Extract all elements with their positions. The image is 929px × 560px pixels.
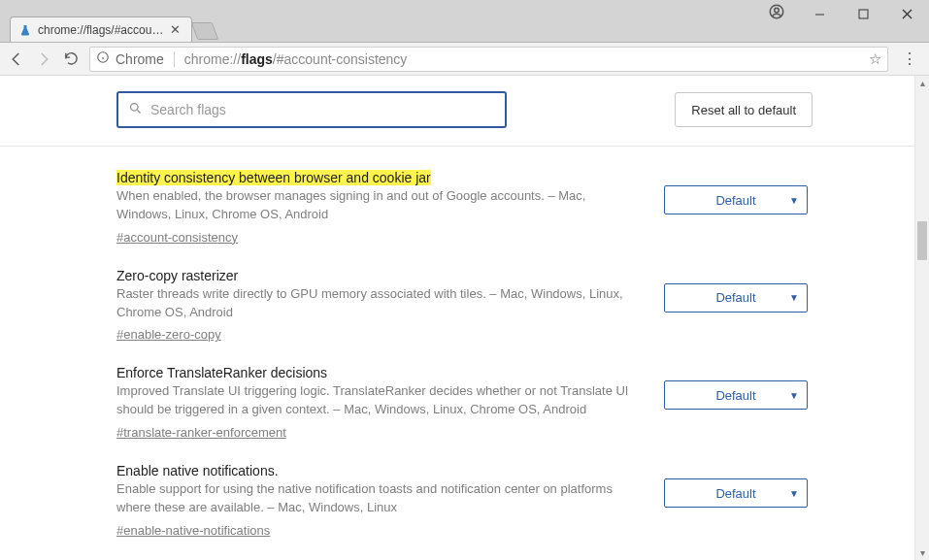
flag-title: Enforce TranslateRanker decisions [116, 365, 327, 380]
flag-description: When enabled, the browser manages signin… [116, 187, 641, 224]
flag-body: Identity consistency between browser and… [116, 170, 641, 245]
scrollbar[interactable]: ▴ ▾ [914, 76, 929, 560]
info-icon [96, 50, 110, 67]
flag-anchor-link[interactable]: #enable-zero-copy [116, 327, 221, 342]
address-bar[interactable]: Chrome chrome://flags/#account-consisten… [89, 47, 888, 72]
flag-description: Enable support for using the native noti… [116, 480, 641, 517]
chevron-down-icon: ▼ [789, 292, 799, 303]
flag-select[interactable]: Default▼ [664, 380, 808, 410]
close-tab-icon[interactable]: ✕ [170, 22, 181, 37]
scroll-down-button[interactable]: ▾ [915, 545, 929, 560]
window-minimize-button[interactable] [798, 0, 842, 27]
url-text: chrome://flags/#account-consistency [184, 51, 863, 67]
flags-list: Identity consistency between browser and… [0, 147, 929, 538]
bookmark-star-icon[interactable]: ☆ [869, 50, 881, 68]
flag-description: Raster threads write directly to GPU mem… [116, 285, 641, 322]
flag-anchor-link[interactable]: #enable-native-notifications [116, 523, 270, 538]
flag-control: Default▼ [664, 268, 808, 313]
flag-row: Identity consistency between browser and… [116, 147, 813, 245]
svg-point-1 [774, 8, 779, 13]
back-button[interactable] [8, 50, 25, 68]
origin-separator [174, 51, 175, 67]
flag-body: Enable native notifications.Enable suppo… [116, 463, 641, 538]
reset-all-label: Reset all to default [691, 103, 796, 117]
flag-body: Zero-copy rasterizerRaster threads write… [116, 268, 641, 343]
flag-control: Default▼ [664, 365, 808, 410]
svg-line-10 [137, 110, 140, 113]
flag-title: Zero-copy rasterizer [116, 268, 238, 283]
origin-label: Chrome [116, 51, 164, 67]
flask-icon [18, 23, 32, 37]
flag-select-value: Default [675, 388, 797, 403]
forward-button[interactable] [35, 50, 52, 68]
chevron-down-icon: ▼ [789, 390, 799, 401]
search-icon [128, 101, 143, 118]
flag-description: Improved Translate UI triggering logic. … [116, 382, 641, 419]
svg-point-9 [131, 104, 139, 112]
chevron-down-icon: ▼ [789, 488, 799, 499]
flag-control: Default▼ [664, 170, 808, 214]
search-flags-input[interactable] [150, 102, 495, 117]
scrollbar-thumb[interactable] [917, 221, 927, 260]
browser-menu-button[interactable]: ⋮ [898, 51, 921, 67]
flag-select[interactable]: Default▼ [664, 185, 808, 214]
flag-title: Enable native notifications. [116, 463, 279, 478]
flag-select-value: Default [675, 486, 797, 501]
window-close-button[interactable] [885, 0, 929, 27]
chevron-down-icon: ▼ [789, 195, 799, 206]
window-titlebar: chrome://flags/#account- ✕ [0, 0, 929, 43]
flag-select[interactable]: Default▼ [664, 478, 808, 508]
flag-body: Enforce TranslateRanker decisionsImprove… [116, 365, 641, 440]
flag-select[interactable]: Default▼ [664, 283, 808, 313]
scroll-up-button[interactable]: ▴ [915, 76, 929, 90]
flag-control: Default▼ [664, 463, 808, 508]
window-maximize-button[interactable] [842, 0, 885, 27]
page-viewport: Reset all to default Identity consistenc… [0, 76, 929, 560]
flag-row: Zero-copy rasterizerRaster threads write… [116, 245, 813, 343]
flag-row: Enforce TranslateRanker decisionsImprove… [116, 342, 813, 440]
search-flags-box[interactable] [116, 91, 507, 128]
flag-select-value: Default [675, 290, 797, 305]
tab-title: chrome://flags/#account- [38, 23, 164, 37]
reload-button[interactable] [62, 50, 80, 68]
flags-header-row: Reset all to default [0, 76, 929, 147]
reset-all-button[interactable]: Reset all to default [675, 92, 813, 127]
svg-rect-3 [859, 10, 868, 18]
flag-title: Identity consistency between browser and… [116, 170, 431, 185]
browser-tab[interactable]: chrome://flags/#account- ✕ [10, 16, 192, 42]
flag-select-value: Default [675, 193, 797, 208]
flag-anchor-link[interactable]: #translate-ranker-enforcement [116, 425, 286, 440]
flag-anchor-link[interactable]: #account-consistency [116, 230, 238, 245]
new-tab-button[interactable] [191, 22, 219, 40]
browser-toolbar: Chrome chrome://flags/#account-consisten… [0, 43, 929, 76]
flag-row: Enable native notifications.Enable suppo… [116, 440, 813, 538]
profile-icon[interactable] [754, 3, 798, 25]
